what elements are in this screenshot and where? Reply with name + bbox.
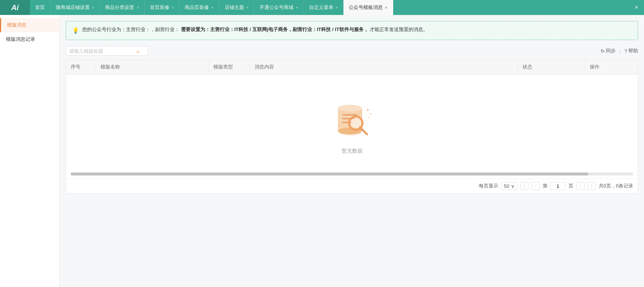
- nav-tab-mall[interactable]: 开通公众号商城×: [254, 0, 303, 15]
- window-close-button[interactable]: ×: [629, 0, 644, 15]
- sync-label: 同步: [606, 48, 616, 54]
- horizontal-scrollbar-area: [66, 170, 638, 178]
- empty-text: 暂无数据: [342, 148, 363, 155]
- col-header-action: 操作: [585, 60, 638, 74]
- per-page-value: 50: [504, 183, 509, 189]
- per-page-label: 每页显示: [479, 183, 498, 189]
- nav-tab-close-product[interactable]: ×: [211, 5, 213, 10]
- main-layout: 模版消息模版消息记录 💡 您的公众号行业为：主营行业：，副营行业： 需要设置为：…: [0, 15, 644, 287]
- nav-tab-close-mall[interactable]: ×: [296, 5, 298, 10]
- bulb-icon: 💡: [72, 26, 79, 35]
- top-nav-bar: Ai 首页微商城店铺设置×商品分类设置×首页装修×商品页装修×店铺主题×开通公众…: [0, 0, 644, 15]
- svg-point-12: [368, 117, 369, 118]
- nav-tab-weshop[interactable]: 微商城店铺设置×: [50, 0, 100, 15]
- svg-point-10: [367, 109, 369, 111]
- refresh-icon: ↻: [601, 48, 605, 54]
- help-icon: ?: [625, 48, 627, 54]
- nav-tab-close-weshop[interactable]: ×: [92, 5, 94, 10]
- data-table: 序号 模版名称 模版类型 消息内容 状态 操作: [66, 59, 638, 193]
- notice-suffix: 才能正常发送预置的消息。: [370, 27, 428, 32]
- notice-prefix: 您的公众号行业为：主营行业：，副营行业：: [82, 27, 179, 32]
- nav-tab-home[interactable]: 首页: [30, 0, 50, 15]
- nav-tab-close-template[interactable]: ×: [385, 5, 387, 10]
- prev-page-button[interactable]: ‹: [531, 182, 540, 190]
- page-prefix-label: 第: [543, 183, 548, 189]
- nav-tab-menu[interactable]: 自定义菜单×: [304, 0, 343, 15]
- top-right-actions: ↻ 同步 | ? 帮助: [601, 48, 638, 54]
- help-button[interactable]: ? 帮助: [625, 48, 638, 54]
- nav-tab-close-menu[interactable]: ×: [336, 5, 338, 10]
- nav-tab-theme[interactable]: 店铺主题×: [219, 0, 254, 15]
- chevron-down-icon: ∨: [511, 183, 515, 189]
- sidebar: 模版消息模版消息记录: [0, 15, 60, 287]
- page-unit-label: 页: [568, 183, 573, 189]
- search-bar: ⌕ ↻ 同步 | ? 帮助: [66, 46, 638, 56]
- search-button[interactable]: ⌕: [136, 48, 139, 54]
- col-header-content: 消息内容: [250, 60, 518, 74]
- scrollbar-track[interactable]: [71, 172, 633, 175]
- nav-tabs: 首页微商城店铺设置×商品分类设置×首页装修×商品页装修×店铺主题×开通公众号商城…: [30, 0, 629, 15]
- nav-tab-template[interactable]: 公众号模板消息×: [343, 0, 393, 15]
- empty-illustration: [330, 97, 375, 142]
- next-page-button[interactable]: ›: [576, 182, 585, 190]
- col-header-status: 状态: [518, 60, 585, 74]
- last-page-button[interactable]: ⟩: [588, 182, 596, 190]
- app-logo: Ai: [0, 0, 30, 15]
- table-header: 序号 模版名称 模版类型 消息内容 状态 操作: [66, 60, 638, 74]
- pagination: 每页显示 50 ∨ ⟨ ‹ 第 页 › ⟩ 共0页，0条记录: [66, 178, 638, 193]
- nav-tab-product[interactable]: 商品页装修×: [179, 0, 219, 15]
- nav-tab-close-category[interactable]: ×: [136, 5, 139, 10]
- first-page-button[interactable]: ⟨: [520, 182, 529, 190]
- nav-tab-category[interactable]: 商品分类设置×: [100, 0, 144, 15]
- col-header-name: 模版名称: [96, 60, 209, 74]
- nav-tab-close-homepage[interactable]: ×: [172, 5, 174, 10]
- search-input-wrap[interactable]: ⌕: [66, 46, 148, 56]
- help-label: 帮助: [628, 48, 638, 54]
- divider: |: [619, 48, 620, 54]
- svg-point-11: [370, 113, 372, 115]
- notice-text: 您的公众号行业为：主营行业：，副营行业： 需要设置为：主营行业：IT科技 / 互…: [82, 26, 428, 34]
- sidebar-item-template-record[interactable]: 模版消息记录: [0, 32, 59, 46]
- sync-button[interactable]: ↻ 同步: [601, 48, 616, 54]
- notice-highlight: 需要设置为：主营行业：IT科技 / 互联网|电子商务，副营行业：IT科技 / I…: [181, 27, 369, 32]
- svg-point-9: [351, 118, 361, 128]
- svg-point-2: [338, 105, 362, 112]
- col-header-seq: 序号: [66, 60, 96, 74]
- sidebar-item-template-msg[interactable]: 模版消息: [0, 18, 59, 32]
- current-page-input[interactable]: [551, 182, 566, 190]
- col-header-type: 模版类型: [209, 60, 250, 74]
- nav-tab-homepage[interactable]: 首页装修×: [145, 0, 179, 15]
- scrollbar-thumb[interactable]: [71, 172, 588, 175]
- per-page-select[interactable]: 50 ∨: [501, 182, 517, 190]
- empty-state: 暂无数据: [66, 74, 638, 170]
- notice-banner: 💡 您的公众号行业为：主营行业：，副营行业： 需要设置为：主营行业：IT科技 /…: [66, 21, 638, 40]
- content-area: 💡 您的公众号行业为：主营行业：，副营行业： 需要设置为：主营行业：IT科技 /…: [60, 15, 644, 287]
- search-input[interactable]: [69, 48, 136, 54]
- nav-tab-close-theme[interactable]: ×: [246, 5, 249, 10]
- total-label: 共0页，0条记录: [599, 183, 633, 189]
